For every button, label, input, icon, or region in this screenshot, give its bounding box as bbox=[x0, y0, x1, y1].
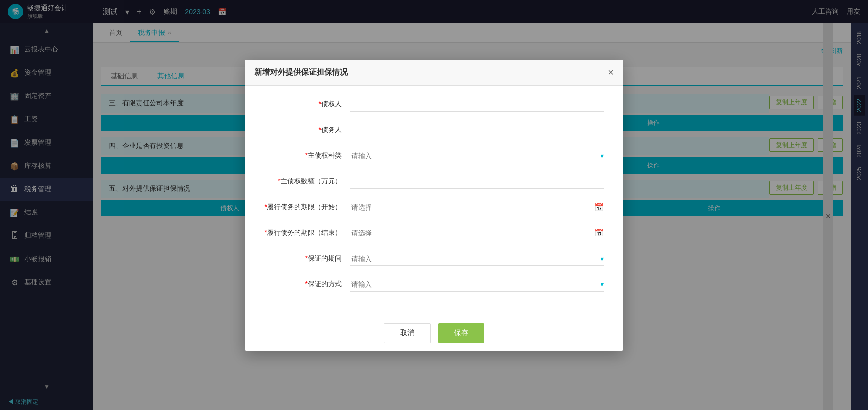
select-wrapper-period-start: 📅 bbox=[350, 200, 604, 214]
select-wrapper-period-end: 📅 bbox=[350, 226, 604, 240]
form-row-debtor: *债务人 bbox=[264, 123, 604, 137]
modal-overlay: 新增对外提供保证担保情况 × *债权人 *债务人 *主债权种类 bbox=[0, 0, 868, 410]
label-debtor: *债务人 bbox=[264, 126, 342, 134]
input-period-start[interactable] bbox=[350, 200, 594, 214]
select-wrapper-guarantee-method: ▾ bbox=[350, 278, 604, 292]
modal-footer: 取消 保存 bbox=[245, 315, 623, 351]
select-wrapper-claim-type: ▾ bbox=[350, 149, 604, 163]
modal-body: *债权人 *债务人 *主债权种类 ▾ bbox=[245, 86, 623, 315]
select-guarantee-period[interactable] bbox=[350, 252, 601, 265]
select-claim-type[interactable] bbox=[350, 149, 601, 163]
save-button[interactable]: 保存 bbox=[438, 323, 484, 343]
label-guarantee-method: *保证的方式 bbox=[264, 280, 342, 289]
form-row-creditor: *债权人 bbox=[264, 98, 604, 112]
calendar-period-end[interactable]: 📅 bbox=[594, 228, 604, 237]
label-creditor: *债权人 bbox=[264, 100, 342, 109]
form-row-period-start: *履行债务的期限（开始） 📅 bbox=[264, 200, 604, 214]
label-guarantee-period: *保证的期间 bbox=[264, 254, 342, 263]
modal: 新增对外提供保证担保情况 × *债权人 *债务人 *主债权种类 bbox=[245, 60, 623, 351]
modal-close-button[interactable]: × bbox=[608, 67, 614, 77]
select-wrapper-guarantee-period: ▾ bbox=[350, 252, 604, 266]
modal-header: 新增对外提供保证担保情况 × bbox=[245, 60, 623, 86]
chevron-guarantee-method[interactable]: ▾ bbox=[601, 280, 604, 288]
input-debtor[interactable] bbox=[350, 123, 604, 137]
cancel-button[interactable]: 取消 bbox=[384, 323, 431, 343]
form-row-claim-type: *主债权种类 ▾ bbox=[264, 149, 604, 163]
form-row-claim-amount: *主债权数额（万元） bbox=[264, 175, 604, 189]
label-period-end: *履行债务的期限（结束） bbox=[264, 229, 342, 237]
form-row-period-end: *履行债务的期限（结束） 📅 bbox=[264, 226, 604, 240]
select-guarantee-method[interactable] bbox=[350, 278, 601, 291]
modal-title: 新增对外提供保证担保情况 bbox=[254, 67, 348, 78]
form-row-guarantee-period: *保证的期间 ▾ bbox=[264, 252, 604, 266]
input-period-end[interactable] bbox=[350, 226, 594, 240]
chevron-guarantee-period[interactable]: ▾ bbox=[601, 255, 604, 262]
calendar-period-start[interactable]: 📅 bbox=[594, 202, 604, 212]
input-creditor[interactable] bbox=[350, 98, 604, 112]
label-period-start: *履行债务的期限（开始） bbox=[264, 203, 342, 212]
chevron-claim-type[interactable]: ▾ bbox=[601, 152, 604, 160]
label-claim-type: *主债权种类 bbox=[264, 151, 342, 160]
label-claim-amount: *主债权数额（万元） bbox=[264, 177, 342, 186]
input-claim-amount[interactable] bbox=[350, 175, 604, 189]
form-row-guarantee-method: *保证的方式 ▾ bbox=[264, 278, 604, 292]
